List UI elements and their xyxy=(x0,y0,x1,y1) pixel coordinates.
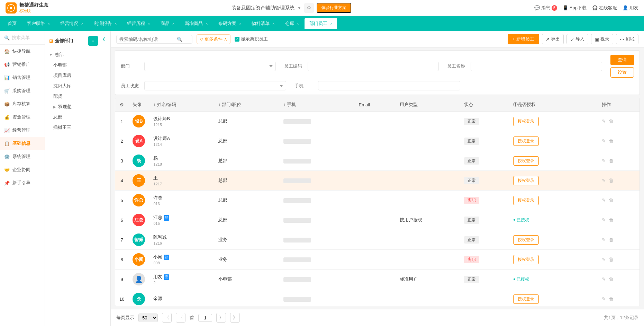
auth-button[interactable]: 授权登录 xyxy=(513,235,539,245)
show-resigned-checkbox[interactable]: ✓ 显示离职员工 xyxy=(235,36,268,42)
last-page-button[interactable]: 》 xyxy=(230,313,240,323)
delete-icon[interactable]: 🗑 xyxy=(609,138,614,144)
app-download-button[interactable]: 📱 App下载 xyxy=(563,5,587,11)
edit-icon[interactable]: ✎ xyxy=(602,178,606,183)
edit-icon[interactable]: ✎ xyxy=(602,158,606,164)
first-page-button[interactable]: 《 xyxy=(162,313,172,323)
edit-icon[interactable]: ✎ xyxy=(602,197,606,203)
tab-home[interactable]: 首页 xyxy=(3,18,21,29)
spacer-cell xyxy=(580,151,597,171)
tab-warehouse[interactable]: 仓库 × xyxy=(280,18,304,29)
view-button[interactable]: ▣ 视录 xyxy=(591,34,613,44)
tab-bom[interactable]: 物料清单 × xyxy=(247,18,279,29)
dept-cell: 总部 xyxy=(214,210,279,230)
phone-input[interactable] xyxy=(318,81,460,90)
employee-name: 王 xyxy=(153,175,210,181)
sidebar-item-cooperation[interactable]: 🤝 企业协同 xyxy=(0,163,45,176)
tree-node-distribution[interactable]: 配货 xyxy=(45,91,110,102)
tab-customer[interactable]: 客户联络 × xyxy=(22,18,55,29)
sidebar-item-system[interactable]: ⚙️ 系统管理 xyxy=(0,150,45,163)
status-badge: 正常 xyxy=(464,118,479,125)
tab-history[interactable]: 经营历程 × xyxy=(122,18,155,29)
auth-button[interactable]: 授权登录 xyxy=(513,156,539,166)
auth-button[interactable]: 授权登录 xyxy=(513,176,539,185)
tree-collapse-button[interactable]: 《 xyxy=(99,36,106,43)
auth-button[interactable]: 授权登录 xyxy=(513,294,539,304)
sidebar-item-finance[interactable]: 💰 资金管理 xyxy=(0,111,45,124)
per-page-select[interactable]: 50 100 xyxy=(138,314,158,322)
delete-icon[interactable]: 🗑 xyxy=(609,178,614,183)
sidebar-search[interactable]: 🔍 搜索菜单 xyxy=(0,31,45,45)
tab-new-goods[interactable]: 新增商品 × xyxy=(180,18,212,29)
sidebar-item-guide[interactable]: 📌 新手引导 xyxy=(0,176,45,190)
tree-node-shuanglu[interactable]: ▶ 双鹿想 xyxy=(45,102,110,112)
sidebar-item-basic[interactable]: 📋 基础信息 xyxy=(0,137,45,150)
auth-cell: 授权登录 xyxy=(509,191,580,210)
delete-icon[interactable]: 🗑 xyxy=(609,276,614,282)
delete-icon[interactable]: 🗑 xyxy=(609,257,614,262)
col-settings[interactable]: ⚙ xyxy=(115,98,128,112)
delete-icon[interactable]: 🗑 xyxy=(609,197,614,203)
import-button[interactable]: ↙ 导入 xyxy=(566,34,588,44)
tree-node-small-electric[interactable]: 小电部 xyxy=(45,60,110,70)
sidebar-item-marketing[interactable]: 📢 营销推广 xyxy=(0,58,45,71)
sidebar-item-sales[interactable]: 📊 销售管理 xyxy=(0,71,45,84)
delete-icon[interactable]: 🗑 xyxy=(609,296,614,302)
spacer-cell xyxy=(580,191,597,210)
sidebar-item-management[interactable]: 📈 经营管理 xyxy=(0,124,45,137)
prev-page-button[interactable]: 〈 xyxy=(176,313,185,323)
tab-profit[interactable]: 利润报告 × xyxy=(89,18,121,29)
message-button[interactable]: 💬 消息 5 xyxy=(534,5,557,11)
tab-operation[interactable]: 经营情况 × xyxy=(55,18,88,29)
tab-department[interactable]: 部门员工 × xyxy=(305,18,337,29)
user-type-cell xyxy=(396,151,460,171)
col-dept[interactable]: ↕ 部门/职位 xyxy=(214,98,279,112)
edit-icon[interactable]: ✎ xyxy=(602,296,606,302)
auth-button[interactable]: 授权登录 xyxy=(513,117,539,126)
search-button[interactable]: 查询 xyxy=(610,55,634,65)
dept-select[interactable] xyxy=(144,62,276,71)
auth-button[interactable]: 授权登录 xyxy=(513,255,539,264)
auth-button[interactable]: 授权登录 xyxy=(513,196,539,205)
search-box[interactable]: 🔍 xyxy=(116,35,192,44)
tree-node-project-warehouse[interactable]: 项目库房 xyxy=(45,70,110,81)
tree-node-hq[interactable]: 总部 xyxy=(45,112,110,122)
edit-icon[interactable]: ✎ xyxy=(602,118,606,124)
sidebar-item-purchase[interactable]: 🛒 采购管理 xyxy=(0,84,45,97)
delete-icon[interactable]: 🗑 xyxy=(609,118,614,124)
delete-icon[interactable]: 🗑 xyxy=(609,217,614,223)
emp-code-input[interactable] xyxy=(308,62,439,71)
more-filter-button[interactable]: ▽ 更多条件 ∧ xyxy=(197,34,230,44)
page-input[interactable] xyxy=(198,314,212,322)
emp-name-input[interactable] xyxy=(471,62,602,71)
settings-icon[interactable]: ⚙ xyxy=(304,3,314,13)
edit-icon[interactable]: ✎ xyxy=(602,138,606,144)
edit-icon[interactable]: ✎ xyxy=(602,217,606,223)
tree-node-chainshu[interactable]: 插树王三 xyxy=(45,122,110,133)
tree-node-shenyang[interactable]: 沈阳大库 xyxy=(45,81,110,91)
auth-button[interactable]: 授权登录 xyxy=(513,136,539,146)
trial-button[interactable]: 体验行业方案 xyxy=(317,3,351,13)
delete-icon[interactable]: 🗑 xyxy=(609,158,614,164)
tree-node-headquarters-parent[interactable]: ▼ 总部 xyxy=(45,50,110,60)
edit-icon[interactable]: ✎ xyxy=(602,276,606,282)
col-name[interactable]: ↕ 姓名/编码 xyxy=(149,98,214,112)
next-page-button[interactable]: 〉 xyxy=(216,313,226,323)
tree-settings-icon[interactable]: ≡ xyxy=(88,36,98,46)
delete-icon[interactable]: 🗑 xyxy=(609,237,614,243)
edit-icon[interactable]: ✎ xyxy=(602,257,606,262)
tab-goods[interactable]: 商品 × xyxy=(156,18,179,29)
add-employee-button[interactable]: + 新增员工 xyxy=(508,34,539,44)
col-phone[interactable]: ↕ 手机 xyxy=(279,98,355,112)
search-input[interactable] xyxy=(119,37,175,42)
sidebar-item-inventory[interactable]: 📦 库存核算 xyxy=(0,97,45,111)
sidebar-item-navigation[interactable]: 🏠 快捷导航 xyxy=(0,45,45,58)
tab-barcode[interactable]: 条码方案 × xyxy=(214,18,246,29)
more-actions-button[interactable]: ⋯ 剧啦 xyxy=(616,34,638,44)
export-button[interactable]: ↗ 导出 xyxy=(542,34,564,44)
online-service-button[interactable]: 🎧 在线客服 xyxy=(592,5,617,11)
edit-icon[interactable]: ✎ xyxy=(602,237,606,243)
user-menu[interactable]: 👤 用友 xyxy=(623,5,638,11)
set-button[interactable]: 设置 xyxy=(610,67,634,78)
emp-status-select[interactable] xyxy=(144,81,286,90)
